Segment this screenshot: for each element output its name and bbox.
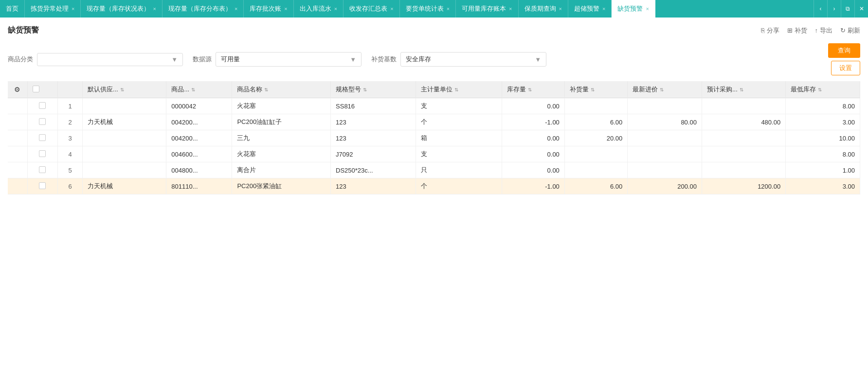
th-replenish[interactable]: 补货量 ⇅ <box>564 81 627 98</box>
sort-icon: ⇅ <box>660 87 664 92</box>
close-icon[interactable]: × <box>153 6 156 12</box>
row-default-supplier: 力天机械 <box>83 114 166 130</box>
tab-restore-button[interactable]: ⧉ <box>841 0 854 18</box>
row-checkbox-cell[interactable] <box>27 130 58 146</box>
row-settings-cell <box>8 130 27 146</box>
row-checkbox[interactable] <box>39 166 46 173</box>
row-settings-cell <box>8 178 27 194</box>
row-spec: 123 <box>331 114 416 130</box>
th-unit[interactable]: 主计量单位 ⇅ <box>416 81 502 98</box>
tab-available[interactable]: 可用量库存账本 × <box>456 0 518 18</box>
table-row: 2 力天机械 004200... PC200油缸缸子 123 个 -1.00 6… <box>8 114 860 130</box>
close-icon[interactable]: × <box>284 6 287 12</box>
tab-requisition[interactable]: 要货单统计表 × <box>400 0 456 18</box>
row-index: 5 <box>58 162 83 178</box>
row-index: 3 <box>58 130 83 146</box>
row-checkbox[interactable] <box>39 182 46 189</box>
row-checkbox-cell[interactable] <box>27 98 58 114</box>
tab-inventory-status[interactable]: 现存量（库存状况表） × <box>81 0 162 18</box>
th-latest-price[interactable]: 最新进价 ⇅ <box>628 81 702 98</box>
close-icon[interactable]: × <box>72 6 74 12</box>
replenish-button[interactable]: ⊞ 补货 <box>787 26 807 35</box>
tab-expiry[interactable]: 保质期查询 × <box>519 0 568 18</box>
row-min-stock: 8.00 <box>786 98 860 114</box>
sort-icon: ⇅ <box>191 87 195 92</box>
tab-batch[interactable]: 库存批次账 × <box>244 0 293 18</box>
tab-shortage[interactable]: 缺货预警 × <box>612 0 655 18</box>
settings-button[interactable]: 设置 <box>831 61 860 75</box>
row-replenish <box>564 162 627 178</box>
data-table: ⚙ 默认供应... ⇅ 商品... ⇅ <box>8 81 860 194</box>
replenish-icon: ⊞ <box>787 27 793 34</box>
datasource-select[interactable]: 可用量 ▼ <box>216 52 362 67</box>
row-min-stock: 10.00 <box>786 130 860 146</box>
row-unit: 个 <box>416 178 502 194</box>
tab-overstock[interactable]: 超储预警 × <box>568 0 612 18</box>
th-est-purchase[interactable]: 预计采购... ⇅ <box>702 81 785 98</box>
close-icon[interactable]: × <box>509 6 512 12</box>
th-spec[interactable]: 规格型号 ⇅ <box>331 81 416 98</box>
row-checkbox-cell[interactable] <box>27 114 58 130</box>
th-product-code[interactable]: 商品... ⇅ <box>166 81 232 98</box>
sort-icon: ⇅ <box>591 87 595 92</box>
close-icon[interactable]: × <box>334 6 337 12</box>
row-checkbox-cell[interactable] <box>27 162 58 178</box>
header-actions: ⎘ 分享 ⊞ 补货 ↑ 导出 ↻ 刷新 <box>761 26 861 35</box>
th-product-name[interactable]: 商品名称 ⇅ <box>232 81 331 98</box>
category-select[interactable]: ▼ <box>37 53 183 66</box>
row-product-code: 004200... <box>166 114 232 130</box>
th-stock[interactable]: 库存量 ⇅ <box>502 81 564 98</box>
export-button[interactable]: ↑ 导出 <box>815 26 833 35</box>
close-icon[interactable]: × <box>602 6 605 12</box>
tab-close-all-button[interactable]: ✕ <box>854 0 868 18</box>
close-icon[interactable]: × <box>646 6 649 12</box>
row-settings-cell <box>8 114 27 130</box>
tab-collect[interactable]: 收发存汇总表 × <box>344 0 399 18</box>
datasource-value: 可用量 <box>221 55 240 64</box>
refresh-button[interactable]: ↻ 刷新 <box>840 26 860 35</box>
tab-exception[interactable]: 拣货异常处理 × <box>25 0 81 18</box>
replenish-base-value: 安全库存 <box>406 55 431 64</box>
row-default-supplier <box>83 98 166 114</box>
th-min-stock[interactable]: 最低库存 ⇅ <box>786 81 860 98</box>
tab-next-button[interactable]: › <box>827 0 841 18</box>
row-checkbox[interactable] <box>39 134 46 141</box>
row-checkbox-cell[interactable] <box>27 178 58 194</box>
tab-inout[interactable]: 出入库流水 × <box>294 0 344 18</box>
row-default-supplier <box>83 130 166 146</box>
filter-actions: 查询 设置 <box>828 43 860 75</box>
row-product-name: 火花塞 <box>232 98 331 114</box>
header-checkbox[interactable] <box>33 86 39 92</box>
table-header-row: ⚙ 默认供应... ⇅ 商品... ⇅ <box>8 81 860 98</box>
tab-inventory-dist[interactable]: 现存量（库存分布表） × <box>163 0 244 18</box>
query-button[interactable]: 查询 <box>828 43 860 58</box>
tab-home[interactable]: 首页 <box>0 0 25 18</box>
row-product-code: 004200... <box>166 130 232 146</box>
close-icon[interactable]: × <box>559 6 562 12</box>
row-product-name: 离合片 <box>232 162 331 178</box>
row-checkbox-cell[interactable] <box>27 146 58 162</box>
table-row: 3 004200... 三九 123 箱 0.00 20.00 10.00 <box>8 130 860 146</box>
row-checkbox[interactable] <box>39 118 46 125</box>
close-icon[interactable]: × <box>447 6 450 12</box>
sort-icon: ⇅ <box>818 87 822 92</box>
share-button[interactable]: ⎘ 分享 <box>761 26 779 35</box>
page-title: 缺货预警 <box>8 25 761 35</box>
th-settings[interactable]: ⚙ <box>8 81 27 98</box>
th-default-supplier[interactable]: 默认供应... ⇅ <box>83 81 166 98</box>
row-stock: 0.00 <box>502 162 564 178</box>
close-icon[interactable]: × <box>390 6 393 12</box>
row-unit: 个 <box>416 114 502 130</box>
row-stock: -1.00 <box>502 178 564 194</box>
tab-prev-button[interactable]: ‹ <box>814 0 827 18</box>
close-icon[interactable]: × <box>235 6 237 12</box>
row-checkbox[interactable] <box>39 150 46 157</box>
main-content: 缺货预警 ⎘ 分享 ⊞ 补货 ↑ 导出 ↻ 刷新 商品分类 <box>0 18 868 387</box>
row-settings-cell <box>8 146 27 162</box>
row-product-code: 004800... <box>166 162 232 178</box>
replenish-base-select[interactable]: 安全库存 ▼ <box>400 52 546 67</box>
th-checkbox[interactable] <box>27 81 58 98</box>
row-checkbox[interactable] <box>39 102 46 109</box>
row-est-purchase <box>702 162 785 178</box>
row-unit: 箱 <box>416 130 502 146</box>
